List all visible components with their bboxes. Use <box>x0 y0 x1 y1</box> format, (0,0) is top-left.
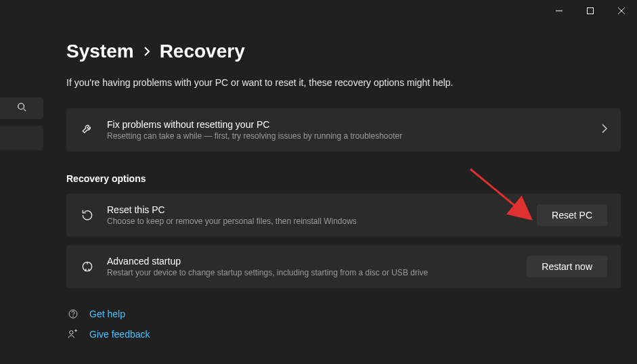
svg-point-4 <box>18 104 24 110</box>
breadcrumb: System Recovery <box>66 41 621 62</box>
reset-pc-title: Reset this PC <box>107 204 525 215</box>
breadcrumb-current: Recovery <box>160 41 245 62</box>
advanced-startup-icon <box>80 260 95 273</box>
recovery-options-header: Recovery options <box>66 173 621 184</box>
fix-problems-title: Fix problems without resetting your PC <box>107 119 590 130</box>
svg-point-9 <box>70 331 73 334</box>
restart-now-button[interactable]: Restart now <box>527 256 607 277</box>
fix-problems-desc: Resetting can take a while — first, try … <box>107 131 590 141</box>
advanced-startup-desc: Restart your device to change startup se… <box>107 268 514 277</box>
close-button[interactable] <box>606 0 637 22</box>
troubleshoot-icon <box>80 123 95 137</box>
svg-rect-1 <box>588 8 594 14</box>
svg-point-8 <box>73 316 74 317</box>
sidebar-selected-item[interactable] <box>0 126 43 150</box>
give-feedback-link[interactable]: Give feedback <box>66 329 621 340</box>
get-help-label: Get help <box>89 309 125 319</box>
get-help-link[interactable]: Get help <box>66 309 621 319</box>
minimize-button[interactable] <box>544 0 575 22</box>
help-icon <box>66 309 80 319</box>
chevron-right-icon <box>144 44 150 60</box>
window-controls <box>544 0 637 22</box>
fix-problems-card[interactable]: Fix problems without resetting your PC R… <box>66 108 621 152</box>
reset-pc-card: Reset this PC Choose to keep or remove y… <box>66 194 621 237</box>
search-icon <box>17 102 26 114</box>
reset-pc-desc: Choose to keep or remove your personal f… <box>107 217 525 226</box>
breadcrumb-parent[interactable]: System <box>66 41 134 62</box>
maximize-button[interactable] <box>575 0 606 22</box>
chevron-right-icon <box>602 124 607 136</box>
svg-line-5 <box>24 109 26 112</box>
reset-icon <box>80 208 95 222</box>
give-feedback-label: Give feedback <box>89 329 150 340</box>
advanced-startup-title: Advanced startup <box>107 256 514 267</box>
reset-pc-button[interactable]: Reset PC <box>537 204 607 226</box>
intro-text: If you're having problems with your PC o… <box>66 77 621 88</box>
feedback-icon <box>66 329 80 340</box>
search-box[interactable] <box>0 97 43 119</box>
advanced-startup-card: Advanced startup Restart your device to … <box>66 245 621 288</box>
